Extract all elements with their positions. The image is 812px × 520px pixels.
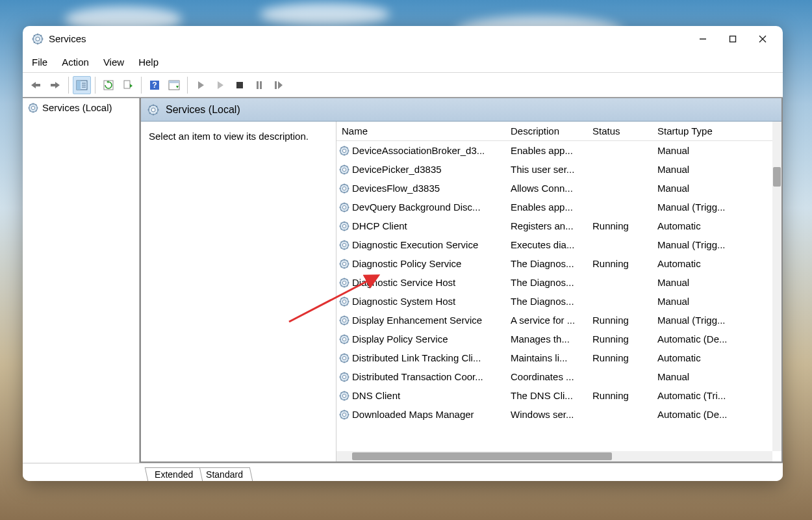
service-row[interactable]: DNS ClientThe DNS Cli...RunningAutomatic… xyxy=(336,386,772,405)
service-startup-type: Automatic (Tri... xyxy=(653,390,772,401)
svg-marker-29 xyxy=(176,86,179,88)
export-list-button[interactable] xyxy=(119,76,137,94)
service-row[interactable]: Display Policy ServiceManages th...Runni… xyxy=(336,330,772,348)
service-row[interactable]: Diagnostic System HostThe Diagnos...Manu… xyxy=(336,292,772,311)
tab-extended[interactable]: Extended xyxy=(145,467,203,481)
stop-service-button[interactable] xyxy=(231,76,249,94)
details-header: Services (Local) xyxy=(141,98,781,122)
col-description[interactable]: Description xyxy=(507,125,589,136)
service-description: Windows ser... xyxy=(507,409,589,420)
maximize-button[interactable] xyxy=(718,27,748,51)
service-startup-type: Manual xyxy=(653,296,772,307)
start-service-button[interactable] xyxy=(192,76,210,94)
service-gear-icon xyxy=(339,334,349,344)
menubar: File Action View Help xyxy=(23,52,783,73)
service-gear-icon xyxy=(339,240,349,250)
properties-button[interactable] xyxy=(165,76,183,94)
svg-marker-36 xyxy=(278,81,283,89)
svg-rect-17 xyxy=(77,81,81,90)
services-list[interactable]: Name Description Status Startup Type Dev… xyxy=(336,122,781,462)
svg-marker-15 xyxy=(51,82,60,88)
service-row[interactable]: DHCP ClientRegisters an...RunningAutomat… xyxy=(336,216,772,235)
titlebar[interactable]: Services xyxy=(23,26,783,52)
menu-help[interactable]: Help xyxy=(138,57,159,68)
col-status[interactable]: Status xyxy=(589,125,653,136)
help-button[interactable]: ? xyxy=(146,76,164,94)
service-name: DeviceAssociationBroker_d3... xyxy=(352,145,485,156)
minimize-button[interactable] xyxy=(688,27,718,51)
service-name: DevQuery Background Disc... xyxy=(352,202,481,213)
service-startup-type: Manual xyxy=(653,183,772,194)
pause-service-button[interactable] xyxy=(250,76,268,94)
service-gear-icon xyxy=(339,353,349,363)
refresh-button[interactable] xyxy=(99,76,118,94)
service-row[interactable]: Distributed Transaction Coor...Coordinat… xyxy=(336,367,772,386)
nav-back-button[interactable] xyxy=(27,76,45,94)
view-tabs: Extended Standard xyxy=(23,463,783,481)
svg-text:?: ? xyxy=(152,81,157,90)
service-gear-icon xyxy=(339,164,349,175)
horizontal-scroll-thumb[interactable] xyxy=(352,452,612,460)
svg-rect-11 xyxy=(730,36,736,42)
service-description: Enables app... xyxy=(507,145,589,156)
service-row[interactable]: Diagnostic Service HostThe Diagnos...Man… xyxy=(336,273,772,292)
close-button[interactable] xyxy=(748,27,778,51)
service-row[interactable]: Distributed Link Tracking Cli...Maintain… xyxy=(336,348,772,367)
service-row[interactable]: DevicesFlow_d3835Allows Conn...Manual xyxy=(336,179,772,198)
service-status: Running xyxy=(589,315,653,326)
service-startup-type: Manual (Trigg... xyxy=(653,315,772,326)
service-startup-type: Automatic (De... xyxy=(653,333,772,344)
column-headers[interactable]: Name Description Status Startup Type xyxy=(336,122,772,141)
vertical-scrollbar[interactable] xyxy=(772,122,781,451)
service-name: DNS Client xyxy=(352,390,400,401)
nav-forward-button[interactable] xyxy=(46,76,64,94)
menu-action[interactable]: Action xyxy=(62,57,89,68)
restart-service-button[interactable] xyxy=(270,76,288,94)
horizontal-scrollbar[interactable] xyxy=(336,451,772,462)
service-name: DevicesFlow_d3835 xyxy=(352,183,440,194)
details-header-label: Services (Local) xyxy=(166,104,240,116)
service-name: Diagnostic Policy Service xyxy=(352,258,461,269)
svg-rect-28 xyxy=(169,81,179,83)
menu-view[interactable]: View xyxy=(103,57,124,68)
service-startup-type: Manual xyxy=(653,371,772,382)
window-title: Services xyxy=(49,33,86,44)
service-status: Running xyxy=(589,220,653,231)
tab-standard[interactable]: Standard xyxy=(196,467,253,481)
col-startup-type[interactable]: Startup Type xyxy=(653,125,772,136)
service-row[interactable]: DevQuery Background Disc...Enables app..… xyxy=(336,198,772,216)
svg-marker-14 xyxy=(31,82,40,88)
service-row[interactable]: Downloaded Maps ManagerWindows ser...Aut… xyxy=(336,405,772,424)
description-prompt: Select an item to view its description. xyxy=(149,131,309,142)
start-service-alt-button[interactable] xyxy=(211,76,229,94)
service-gear-icon xyxy=(339,391,349,401)
body-split: Services (Local) Services (Local) Select… xyxy=(23,98,783,463)
col-name[interactable]: Name xyxy=(336,125,507,136)
menu-file[interactable]: File xyxy=(32,57,47,68)
service-row[interactable]: Diagnostic Execution ServiceExecutes dia… xyxy=(336,235,772,254)
vertical-scroll-thumb[interactable] xyxy=(773,167,781,187)
service-row[interactable]: Display Enhancement ServiceA service for… xyxy=(336,311,772,330)
service-gear-icon xyxy=(339,221,349,231)
show-hide-tree-button[interactable] xyxy=(73,76,91,94)
gear-icon xyxy=(147,104,159,116)
service-description: This user ser... xyxy=(507,164,589,175)
console-tree[interactable]: Services (Local) xyxy=(23,98,140,463)
service-startup-type: Automatic xyxy=(653,352,772,363)
service-gear-icon xyxy=(339,259,349,269)
service-description: Registers an... xyxy=(507,220,589,231)
service-gear-icon xyxy=(339,183,349,194)
service-row[interactable]: Diagnostic Policy ServiceThe Diagnos...R… xyxy=(336,254,772,273)
service-description: Allows Conn... xyxy=(507,183,589,194)
service-name: Diagnostic Service Host xyxy=(352,277,455,288)
service-name: Distributed Link Tracking Cli... xyxy=(352,352,481,363)
service-row[interactable]: DevicePicker_d3835This user ser...Manual xyxy=(336,160,772,179)
service-gear-icon xyxy=(339,410,349,420)
service-startup-type: Automatic xyxy=(653,220,772,231)
service-description: A service for ... xyxy=(507,315,589,326)
service-row[interactable]: DeviceAssociationBroker_d3...Enables app… xyxy=(336,141,772,160)
tree-root-services-local[interactable]: Services (Local) xyxy=(23,101,139,114)
service-name: Distributed Transaction Coor... xyxy=(352,371,483,382)
service-name: DevicePicker_d3835 xyxy=(352,164,442,175)
service-name: Diagnostic Execution Service xyxy=(352,239,478,250)
